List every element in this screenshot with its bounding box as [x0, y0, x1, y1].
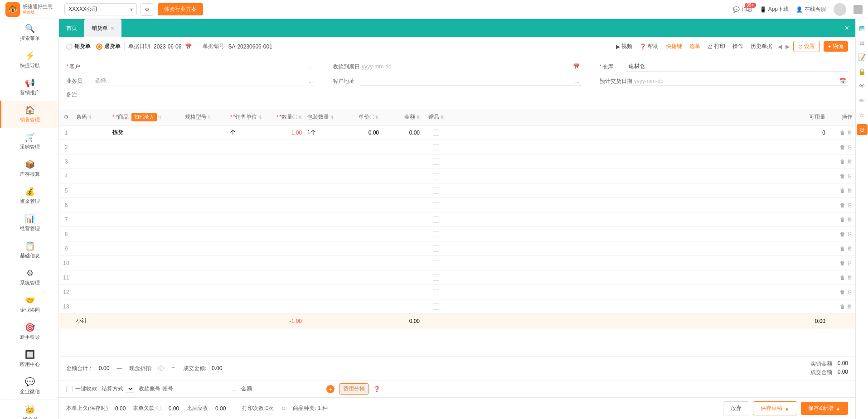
copy-icon[interactable]: ⎘	[847, 303, 853, 310]
gift-checkbox[interactable]	[433, 231, 439, 237]
price-info-icon[interactable]: ⓘ	[369, 114, 374, 120]
qty-info-icon[interactable]: ⓘ	[292, 114, 297, 120]
gift-checkbox[interactable]	[433, 188, 439, 194]
settlement-select[interactable]	[125, 385, 134, 393]
cell-spec-1[interactable]	[182, 130, 228, 136]
account-input[interactable]	[162, 385, 230, 392]
nav-prev-icon[interactable]: ◀	[778, 43, 782, 50]
customer-addr-input[interactable]: ...	[360, 77, 581, 86]
copy-icon[interactable]: ⎘	[847, 144, 853, 150]
date-value[interactable]: 2023-06-06	[154, 43, 181, 50]
cell-unit-1[interactable]: 个	[228, 129, 268, 136]
radio-return[interactable]: 退货单	[96, 43, 121, 50]
trial-button[interactable]: 体验行业方案	[158, 3, 203, 15]
copy-icon[interactable]: ⎘	[847, 217, 853, 223]
avatar[interactable]	[834, 3, 846, 16]
copy-icon[interactable]: ⎘	[847, 289, 853, 295]
rp-lock-icon[interactable]: 🔒	[857, 66, 868, 77]
rp-note-icon[interactable]: 📝	[857, 52, 868, 63]
delete-icon[interactable]: 🗑	[839, 246, 847, 252]
delete-icon[interactable]: 🗑	[839, 188, 847, 194]
sidebar-item-system[interactable]: ⚙ 系统管理	[0, 264, 58, 291]
delete-icon[interactable]: 🗑	[839, 289, 847, 295]
cell-qty-1[interactable]: -1.00	[268, 130, 305, 136]
rp-eye-icon[interactable]: 👁	[857, 81, 868, 92]
sort-price-icon[interactable]: ⇅	[375, 115, 379, 120]
history-btn[interactable]: 历史单据	[749, 42, 774, 51]
gift-checkbox[interactable]	[433, 144, 439, 150]
delete-icon[interactable]: 🗑	[839, 202, 847, 208]
sidebar-item-purchase[interactable]: 🛒 采购管理	[0, 128, 58, 155]
save-draft-button[interactable]: 保存草稿 ▲	[753, 401, 797, 415]
copy-icon-1[interactable]: ⎘	[847, 130, 853, 136]
sidebar-item-inventory[interactable]: 📦 库存核算	[0, 155, 58, 182]
sort-barcode-icon[interactable]: ⇅	[88, 115, 92, 120]
sort-amount-icon[interactable]: ⇅	[416, 115, 420, 120]
cell-goods-1[interactable]: 拣货	[110, 129, 182, 136]
gift-checkbox[interactable]	[433, 275, 439, 281]
message-button[interactable]: 💬 消息 99+	[733, 5, 752, 13]
sidebar-item-finance[interactable]: 💰 资金管理	[0, 182, 58, 209]
payment-due-input[interactable]: yyyy-mm-dd 📅	[360, 63, 581, 71]
rp-edit-icon[interactable]: ✏	[857, 95, 868, 106]
flow-button[interactable]: + 物流	[824, 41, 848, 52]
customer-dots[interactable]: ...	[308, 63, 313, 70]
sort-qty-icon[interactable]: ⇅	[298, 115, 302, 120]
gift-checkbox[interactable]	[433, 159, 439, 165]
cell-barcode-1[interactable]	[73, 130, 110, 136]
gift-checkbox[interactable]	[433, 246, 439, 252]
rp-star-icon[interactable]: ☆	[857, 110, 868, 120]
sidebar-item-marketing[interactable]: 📢 营销推广	[0, 73, 58, 101]
gift-checkbox[interactable]	[433, 303, 439, 310]
rp-layout1-icon[interactable]: ▤	[857, 23, 868, 34]
cell-price-1[interactable]: 0.00	[341, 130, 382, 136]
sidebar-item-operation[interactable]: 📊 经营管理	[0, 209, 58, 236]
close-all-icon[interactable]: ×	[842, 23, 852, 33]
scan-button[interactable]: 扫码录入	[131, 113, 157, 121]
tab-sales-order[interactable]: 销货单 ×	[84, 19, 121, 37]
delete-icon[interactable]: 🗑	[839, 275, 847, 281]
col-header-gear[interactable]: ⚙	[59, 114, 73, 120]
warehouse-dots[interactable]: ...	[842, 63, 846, 70]
add-payment-button[interactable]: +	[326, 385, 335, 393]
shortcut-btn[interactable]: 快捷键	[664, 42, 684, 51]
copy-icon[interactable]: ⎘	[847, 246, 853, 252]
online-service-button[interactable]: 👤 在线客服	[796, 5, 826, 13]
copy-icon[interactable]: ⎘	[847, 260, 853, 266]
sort-goods-icon[interactable]: ⇅	[158, 115, 161, 120]
amount-input[interactable]	[254, 385, 322, 392]
one-click-pay-checkbox[interactable]	[66, 386, 73, 392]
gift-checkbox[interactable]	[433, 289, 439, 295]
rp-orange-action-icon[interactable]: ⊙	[857, 124, 868, 135]
cell-amount-1[interactable]: 0.00	[382, 130, 422, 136]
video-btn[interactable]: ▶ 视频	[614, 42, 634, 51]
gift-checkbox[interactable]	[433, 202, 439, 208]
sidebar-item-search[interactable]: 🔍 搜索菜单	[0, 19, 58, 46]
copy-icon[interactable]: ⎘	[847, 231, 853, 237]
delete-icon[interactable]: 🗑	[839, 173, 847, 179]
radio-sale[interactable]: 销货单	[66, 43, 91, 50]
salesperson-input[interactable]: 选择... ...	[93, 76, 315, 86]
cell-gift-1[interactable]	[422, 130, 450, 136]
sidebar-item-quick-nav[interactable]: ⚡ 快捷导航	[0, 46, 58, 73]
delete-icon[interactable]: 🗑	[839, 260, 847, 266]
gift-checkbox[interactable]	[433, 217, 439, 223]
sidebar-item-basic[interactable]: 📋 基础信息	[0, 236, 58, 264]
select-btn[interactable]: 选单	[688, 42, 702, 51]
delete-icon[interactable]: 🗑	[839, 303, 847, 310]
sort-spec-icon[interactable]: ⇅	[208, 115, 211, 120]
copy-icon[interactable]: ⎘	[847, 173, 853, 179]
settings-button[interactable]: ⊙ 设置	[793, 41, 820, 52]
sidebar-item-wechat[interactable]: 💬 企业微信	[0, 372, 58, 400]
operate-btn[interactable]: 操作	[731, 42, 745, 51]
delete-icon[interactable]: 🗑	[839, 231, 847, 237]
sidebar-item-newbie[interactable]: 🎯 新手引导	[0, 318, 58, 345]
delete-icon[interactable]: 🗑	[839, 144, 847, 150]
warehouse-input[interactable]: 建材仓 ...	[627, 62, 848, 72]
abandon-button[interactable]: 放弃	[723, 401, 749, 415]
print-btn[interactable]: 🖨 打印	[706, 42, 727, 51]
discount-info-icon[interactable]: ⓘ	[158, 365, 164, 372]
copy-icon[interactable]: ⎘	[847, 275, 853, 281]
save-new-button[interactable]: 保存&新增 ▲	[801, 402, 848, 415]
app-download-button[interactable]: 📱 App下载	[760, 5, 789, 13]
